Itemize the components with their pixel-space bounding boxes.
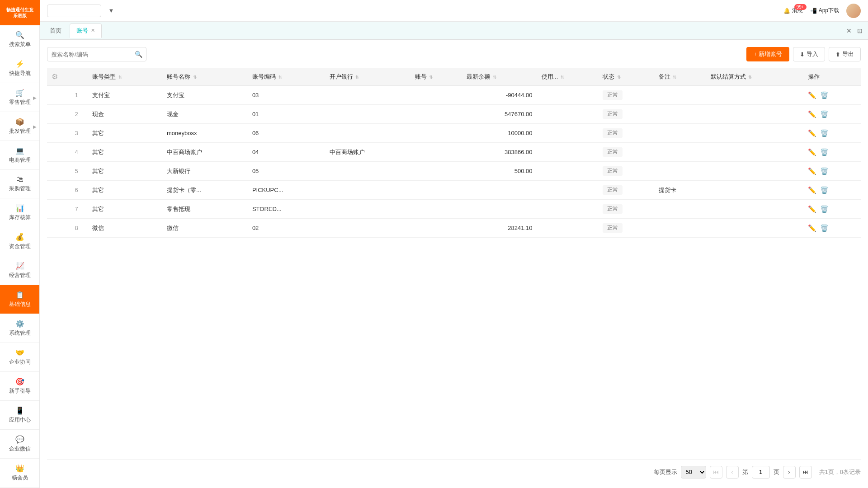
app-download-btn[interactable]: 📲 App下载 (810, 7, 839, 14)
row-type: 其它 (88, 143, 162, 162)
delete-icon[interactable]: 🗑️ (820, 91, 829, 99)
delete-icon[interactable]: 🗑️ (820, 167, 829, 175)
row-usage (537, 200, 599, 219)
delete-icon[interactable]: 🗑️ (820, 129, 829, 137)
row-remark (654, 162, 706, 181)
row-balance: 547670.00 (462, 105, 537, 124)
sidebar-item-purchase[interactable]: 🛍 采购管理 (0, 170, 39, 198)
sidebar-item-finance[interactable]: 💰 资金管理 (0, 227, 39, 256)
table-row: 2 现金 现金 01 547670.00 正常 ✏️ 🗑️ (47, 105, 861, 124)
col-code[interactable]: 账号编码 ⇅ (248, 68, 325, 86)
col-status[interactable]: 状态 ⇅ (598, 68, 654, 86)
sidebar-item-basic-info[interactable]: 📋 基础信息 (0, 285, 39, 314)
sidebar-item-ecommerce[interactable]: 💻 电商管理 (0, 141, 39, 170)
table-row: 1 支付宝 支付宝 03 -90444.00 正常 ✏️ 🗑️ (47, 86, 861, 105)
sidebar-item-wholesale[interactable]: 📦 批发管理 ▶ (0, 112, 39, 141)
row-bank (325, 219, 410, 238)
edit-icon[interactable]: ✏️ (808, 167, 816, 175)
delete-icon[interactable]: 🗑️ (820, 110, 829, 118)
delete-icon[interactable]: 🗑️ (820, 148, 829, 156)
sidebar-item-retail[interactable]: 🛒 零售管理 ▶ (0, 83, 39, 112)
edit-icon[interactable]: ✏️ (808, 91, 816, 99)
row-balance: 383866.00 (462, 143, 537, 162)
col-bank[interactable]: 开户银行 ⇅ (325, 68, 410, 86)
edit-icon[interactable]: ✏️ (808, 129, 816, 137)
row-remark (654, 219, 706, 238)
sidebar-item-operations[interactable]: 📈 经营管理 (0, 256, 39, 285)
sidebar-item-app-center[interactable]: 📱 应用中心 (0, 401, 39, 430)
sidebar-item-enterprise[interactable]: 🤝 企业协同 (0, 343, 39, 372)
row-code: 04 (248, 143, 325, 162)
table-row: 3 其它 moneybosx 06 10000.00 正常 ✏️ 🗑️ (47, 124, 861, 143)
page-size-select[interactable]: 50 100 (681, 466, 706, 479)
col-type[interactable]: 账号类型 ⇅ (88, 68, 162, 86)
purchase-icon: 🛍 (0, 175, 39, 183)
search-input[interactable] (51, 51, 135, 58)
sidebar-item-member[interactable]: 👑 畅会员 (0, 459, 39, 488)
row-default-settle (706, 162, 803, 181)
first-page-btn[interactable]: ⏮ (710, 466, 722, 479)
row-index: 2 (65, 105, 88, 124)
row-code: 03 (248, 86, 325, 105)
edit-icon[interactable]: ✏️ (808, 205, 816, 213)
edit-icon[interactable]: ✏️ (808, 186, 816, 194)
delete-icon[interactable]: 🗑️ (820, 224, 829, 232)
user-avatar[interactable] (846, 4, 861, 18)
col-default-settle[interactable]: 默认结算方式 ⇅ (706, 68, 803, 86)
col-name[interactable]: 账号名称 ⇅ (162, 68, 248, 86)
row-default-settle (706, 143, 803, 162)
bell-icon: 🔔 (783, 8, 790, 14)
row-bank (325, 181, 410, 200)
col-remark[interactable]: 备注 ⇅ (654, 68, 706, 86)
page-number-input[interactable] (752, 466, 770, 479)
top-dropdown-btn[interactable]: ▼ (105, 5, 118, 17)
row-name: 中百商场账户 (162, 143, 248, 162)
sidebar-item-wechat[interactable]: 💬 企业微信 (0, 430, 39, 459)
close-window-btn[interactable]: ✕ (844, 26, 854, 35)
row-usage (537, 162, 599, 181)
enterprise-icon: 🤝 (0, 348, 39, 357)
edit-icon[interactable]: ✏️ (808, 110, 816, 118)
top-search-input[interactable] (47, 5, 101, 17)
export-btn[interactable]: ⬆ 导出 (829, 47, 861, 61)
tab-home[interactable]: 首页 (43, 23, 68, 38)
row-name: 微信 (162, 219, 248, 238)
sidebar-item-guide[interactable]: 🎯 新手引导 (0, 372, 39, 401)
table-row: 5 其它 大新银行 05 500.00 正常 ✏️ 🗑️ (47, 162, 861, 181)
row-code: PICKUPC... (248, 181, 325, 200)
add-account-btn[interactable]: + 新增账号 (746, 47, 789, 61)
col-account[interactable]: 账号 ⇅ (410, 68, 462, 86)
tab-accounts[interactable]: 账号 ✕ (70, 23, 102, 38)
sidebar-item-inventory[interactable]: 📊 库存核算 (0, 198, 39, 227)
member-icon: 👑 (0, 464, 39, 473)
wechat-icon: 💬 (0, 435, 39, 444)
search-icon[interactable]: 🔍 (135, 51, 142, 58)
import-btn[interactable]: ⬇ 导入 (793, 47, 825, 61)
next-page-btn[interactable]: › (783, 466, 796, 479)
row-action: ✏️ 🗑️ (803, 86, 861, 105)
last-page-btn[interactable]: ⏭ (799, 466, 812, 479)
row-balance: 500.00 (462, 162, 537, 181)
col-balance[interactable]: 最新余额 ⇅ (462, 68, 537, 86)
row-index: 5 (65, 162, 88, 181)
row-type: 其它 (88, 124, 162, 143)
delete-icon[interactable]: 🗑️ (820, 186, 829, 194)
column-settings-icon[interactable]: ⚙ (52, 73, 58, 80)
messages-btn[interactable]: 🔔 消息 99+ (783, 7, 803, 14)
sidebar-item-search-menu[interactable]: 🔍 搜索菜单 (0, 25, 39, 54)
row-code: STORED... (248, 200, 325, 219)
sidebar-item-system[interactable]: ⚙️ 系统管理 (0, 314, 39, 343)
tab-close-accounts[interactable]: ✕ (91, 28, 95, 33)
toolbar: 🔍 + 新增账号 ⬇ 导入 ⬆ 导出 (47, 47, 861, 61)
col-usage[interactable]: 使用... ⇅ (537, 68, 599, 86)
delete-icon[interactable]: 🗑️ (820, 205, 829, 213)
edit-icon[interactable]: ✏️ (808, 224, 816, 232)
row-bank (325, 105, 410, 124)
sidebar-item-quick-nav[interactable]: ⚡ 快捷导航 (0, 54, 39, 83)
edit-icon[interactable]: ✏️ (808, 148, 816, 156)
prev-page-btn[interactable]: ‹ (726, 466, 739, 479)
maximize-window-btn[interactable]: ⊡ (855, 26, 864, 35)
table-row: 7 其它 零售抵现 STORED... 正常 ✏️ 🗑️ (47, 200, 861, 219)
top-header: ▼ 🔔 消息 99+ 📲 App下载 (40, 0, 868, 22)
col-index (65, 68, 88, 86)
